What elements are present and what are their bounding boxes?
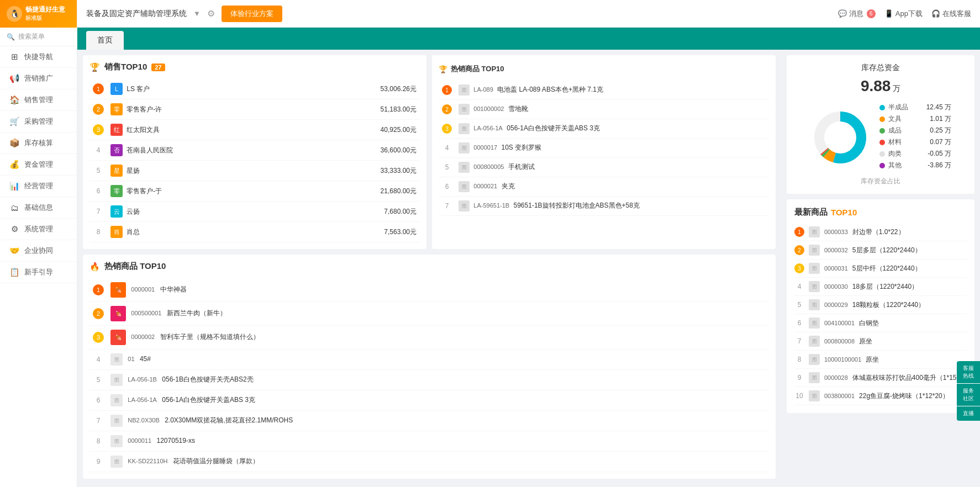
sidebar-item-quick-nav[interactable]: ⊞ 快捷导航 <box>0 46 77 68</box>
rank-cell: 7 <box>89 202 107 222</box>
notifications-icon: 💬 <box>838 9 847 18</box>
system-title: 装备及固定资产辅助管理系统 <box>86 9 187 19</box>
legend-dot <box>879 163 885 168</box>
trophy-icon: 🏆 <box>89 62 100 72</box>
newest-products-title: 最新商品 TOP10 <box>794 207 967 218</box>
online-service-item[interactable]: 🎧 在线客服 <box>931 9 971 19</box>
rank-cell: 4 <box>89 350 107 370</box>
sidebar-item-inventory[interactable]: 📦 库存核算 <box>0 133 77 154</box>
logo-sub: 标准版 <box>25 14 65 22</box>
product-code: 0000033 <box>824 229 848 235</box>
sidebar-item-label: 资金管理 <box>24 160 53 170</box>
customer-row: 6 零 零售客户-于 21,680.00元 <box>89 181 420 202</box>
product-info-cell: 图 LA-59651-1B 59651-1B旋转投影灯电池盒ABS黑色+58克 <box>455 197 769 216</box>
product-name: 18颗粒板（1220*2440） <box>852 300 925 310</box>
product-code: 0000031 <box>824 265 848 272</box>
newest-products-list: 1 图 0000033 封边带（1.0*22） 2 图 0000032 5层多层… <box>794 223 967 405</box>
top-two-col: 🏆 销售TOP10 27 1 L LS 客户 53,006.26元 2 零 零售… <box>83 55 776 249</box>
newest-label: 最新商品 <box>794 207 828 218</box>
customer-amount-cell: 40,925.00元 <box>301 120 420 140</box>
sidebar-item-system[interactable]: ⚙ 系统管理 <box>0 219 77 240</box>
rank-cell: 6 <box>89 390 107 411</box>
hot-product-cell: 图 01 45# <box>107 350 769 370</box>
customer-top-title: 🏆 销售TOP10 27 <box>89 62 420 72</box>
legend-item: 肉类 -0.05 万 <box>879 149 951 158</box>
topbar: 装备及固定资产辅助管理系统 ▼ ⚙ 体验行业方案 💬 消息 6 📱 App下载 … <box>77 0 980 28</box>
product-sales-right-row: 2 图 001000002 雪地靴 <box>439 100 769 119</box>
sidebar-item-operations[interactable]: 📊 经营管理 <box>0 176 77 197</box>
topbar-right: 💬 消息 6 📱 App下载 🎧 在线客服 <box>838 9 971 19</box>
product-sales-right-row: 7 图 LA-59651-1B 59651-1B旋转投影灯电池盒ABS黑色+58… <box>439 197 769 216</box>
hot-product-row: 6 图 LA-056-1A 056-1A白色按键开关盖ABS 3克 <box>89 390 769 411</box>
hot-product-cell: 图 LA-056-1A 056-1A白色按键开关盖ABS 3克 <box>107 390 769 411</box>
newest-product-row: 1 图 0000033 封边带（1.0*22） <box>794 223 967 241</box>
sidebar-item-label: 系统管理 <box>24 224 53 234</box>
hot-product-cell: 图 KK-SD22110H 花语萌值温分腿睡袋（厚款） <box>107 452 769 472</box>
product-thumb-icon: 图 <box>809 263 820 274</box>
nav-tabs: 首页 <box>77 28 980 50</box>
app-download-label: App下载 <box>895 9 923 19</box>
sidebar-item-label: 企业协同 <box>24 246 53 256</box>
float-btn-service[interactable]: 客服热线 <box>957 361 980 383</box>
rank-cell: 7 <box>439 197 455 216</box>
sidebar-item-basics[interactable]: 🗂 基础信息 <box>0 197 77 219</box>
product-sales-right-panel: 🏆 热销商品 TOP10 1 图 LA-089 电池盖 LA-089 ABS本色… <box>432 55 776 249</box>
float-btn-community[interactable]: 服务社区 <box>957 384 980 406</box>
product-thumb-icon: 图 <box>809 372 820 383</box>
top10-badge: TOP10 <box>831 208 857 217</box>
sidebar-item-purchase[interactable]: 🛒 采购管理 <box>0 111 77 133</box>
right-sidebar: 库存总资金 9.88 万 <box>781 50 980 487</box>
finance-icon: 💰 <box>9 160 20 170</box>
product-sales-right-row: 5 图 000800005 手机测试 <box>439 158 769 177</box>
basics-icon: 🗂 <box>9 203 20 213</box>
hot-products-panel: 🔥 热销商品 TOP10 1 🍖 0000001 中华神器 2 🍖 000500… <box>83 255 776 479</box>
product-code: 004100001 <box>824 320 855 326</box>
dropdown-arrow-icon[interactable]: ▼ <box>193 9 201 18</box>
hot-products-label: 热销商品 TOP10 <box>104 261 166 272</box>
rank-cell: 8 <box>89 222 107 242</box>
customer-row: 2 零 零售客户-许 51,183.00元 <box>89 99 420 120</box>
legend-item: 半成品 12.45 万 <box>879 103 951 112</box>
notifications-item[interactable]: 💬 消息 6 <box>838 9 876 19</box>
newest-product-row: 7 图 000800008 原坐 <box>794 332 967 351</box>
float-btn-live[interactable]: 直播 <box>957 406 980 421</box>
sidebar-search[interactable]: 🔍 搜索菜单 <box>0 28 77 46</box>
customer-top-panel: 🏆 销售TOP10 27 1 L LS 客户 53,006.26元 2 零 零售… <box>83 55 426 249</box>
rank-cell: 3 <box>89 326 107 350</box>
product-info-cell: 图 0000021 夹克 <box>455 177 769 197</box>
inventory-amount-num: 9.88 <box>861 77 891 94</box>
sidebar-item-marketing[interactable]: 📢 营销推广 <box>0 68 77 89</box>
product-thumb-icon: 图 <box>809 354 820 365</box>
customer-name-cell: 云 云扬 <box>107 202 301 222</box>
sidebar-item-guide[interactable]: 📋 新手引导 <box>0 262 77 283</box>
customer-amount-cell: 7,563.00元 <box>301 222 420 242</box>
hot-product-cell: 图 LA-056-1B 056-1B白色按键开关壳ABS2壳 <box>107 370 769 390</box>
sidebar-item-label: 销售管理 <box>24 95 53 105</box>
newest-product-row: 3 图 0000031 5层中纤（1220*2440） <box>794 260 967 278</box>
app-download-item[interactable]: 📱 App下载 <box>884 9 923 19</box>
rank-cell: 4 <box>89 140 107 161</box>
tab-home[interactable]: 首页 <box>86 31 124 50</box>
customer-amount-cell: 53,006.26元 <box>301 79 420 99</box>
newest-product-row: 5 图 0000029 18颗粒板（1220*2440） <box>794 296 967 314</box>
settings-gear-icon[interactable]: ⚙ <box>207 8 215 19</box>
sidebar-item-sales[interactable]: 🏠 销售管理 <box>0 89 77 111</box>
sidebar-item-enterprise[interactable]: 🤝 企业协同 <box>0 240 77 262</box>
legend-label: 文具 <box>888 114 926 124</box>
product-name: 5层多层（1220*2440） <box>852 246 921 255</box>
legend-dot <box>879 117 885 122</box>
inventory-title: 库存总资金 <box>794 63 967 73</box>
legend-label: 材料 <box>888 137 926 147</box>
sidebar-item-label: 采购管理 <box>24 117 53 126</box>
rank-cell: 3 <box>89 120 107 140</box>
customer-row: 8 肖 肖总 7,563.00元 <box>89 222 420 242</box>
rank-cell: 1 <box>89 278 107 302</box>
product-name: 原坐 <box>866 355 879 364</box>
hot-products-table: 1 🍖 0000001 中华神器 2 🍖 000500001 新西兰牛肉（新牛）… <box>89 278 769 472</box>
hot-product-cell: 图 0000011 12070519-xs <box>107 431 769 452</box>
product-thumb-icon: 图 <box>809 317 820 329</box>
sidebar-item-finance[interactable]: 💰 资金管理 <box>0 154 77 176</box>
legend-label: 肉类 <box>888 149 924 158</box>
product-name: 5层中纤（1220*2440） <box>852 264 921 273</box>
experience-btn[interactable]: 体验行业方案 <box>222 6 282 22</box>
